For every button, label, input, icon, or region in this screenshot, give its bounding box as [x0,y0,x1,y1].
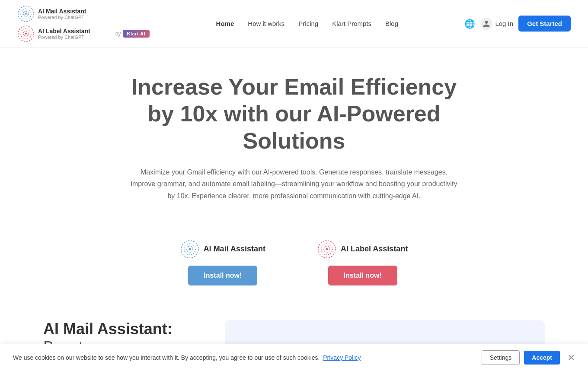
label-assistant-product-icon [317,240,336,259]
hero-section: Increase Your Email Efficiency by 10x wi… [99,48,489,240]
get-started-button[interactable]: Get Started [518,16,571,32]
label-assistant-logo [17,25,35,42]
login-button[interactable]: Log In [480,18,513,30]
bottom-title-bold: AI Mail Assistant: [43,320,173,338]
label-assistant-label: AI Label Assistant [317,240,408,259]
by-label: by [115,31,121,37]
svg-point-15 [326,248,328,250]
nav-how-it-works[interactable]: How it works [248,20,284,27]
cookie-close-button[interactable]: ✕ [568,352,575,363]
navbar-actions: 🌐 Log In Get Started [464,16,571,32]
by-klart-section: by Klart AI [115,30,150,38]
cookie-banner: We use cookies on our website to see how… [0,344,588,371]
mail-assistant-card: AI Mail Assistant Install now! [180,240,265,285]
mail-assistant-label: AI Mail Assistant [180,240,265,259]
label-assistant-product-name: AI Label Assistant [341,244,408,254]
klart-badge: Klart AI [123,30,150,38]
mail-assistant-product-name: AI Mail Assistant [204,244,265,254]
language-button[interactable]: 🌐 [464,19,475,29]
install-mail-button[interactable]: Install now! [188,266,257,285]
label-assistant-name: AI Label Assistant [38,28,90,35]
user-avatar-icon [480,18,492,30]
nav-blog[interactable]: Blog [385,20,398,27]
mail-assistant-powered: Powered by ChatGPT [38,15,86,20]
svg-point-3 [25,13,27,15]
label-assistant-brand: AI Label Assistant Powered by ChatGPT [17,25,90,42]
label-assistant-text: AI Label Assistant Powered by ChatGPT [38,28,90,40]
login-label: Log In [495,20,513,27]
cookie-message: We use cookies on our website to see how… [13,354,320,361]
svg-point-7 [25,33,27,35]
privacy-policy-link[interactable]: Privacy Policy [323,354,361,361]
label-assistant-powered: Powered by ChatGPT [38,35,90,40]
cookie-text: We use cookies on our website to see how… [13,354,402,361]
navbar-brand-section: AI Mail Assistant Powered by ChatGPT AI … [17,5,150,42]
mail-assistant-product-icon [180,240,199,259]
svg-point-11 [189,248,191,250]
label-assistant-card: AI Label Assistant Install now! [317,240,408,285]
cookie-settings-button[interactable]: Settings [482,350,520,365]
nav-klart-prompts[interactable]: Klart Prompts [332,20,371,27]
mail-assistant-text: AI Mail Assistant Powered by ChatGPT [38,8,86,20]
nav-home[interactable]: Home [216,20,234,27]
hero-subtitle: Maximize your Gmail efficiency with our … [130,166,458,202]
cookie-buttons: Settings Accept ✕ [482,350,575,365]
mail-assistant-name: AI Mail Assistant [38,8,86,15]
cookie-accept-button[interactable]: Accept [524,351,560,365]
navbar: AI Mail Assistant Powered by ChatGPT AI … [0,0,588,48]
hero-title: Increase Your Email Efficiency by 10x wi… [117,73,471,154]
nav-pricing[interactable]: Pricing [298,20,318,27]
product-row: AI Mail Assistant Install now! AI Label … [0,240,588,285]
navbar-nav: Home How it works Pricing Klart Prompts … [216,20,398,27]
install-label-button[interactable]: Install now! [328,266,397,285]
mail-assistant-logo [17,5,35,22]
mail-assistant-brand: AI Mail Assistant Powered by ChatGPT [17,5,150,22]
